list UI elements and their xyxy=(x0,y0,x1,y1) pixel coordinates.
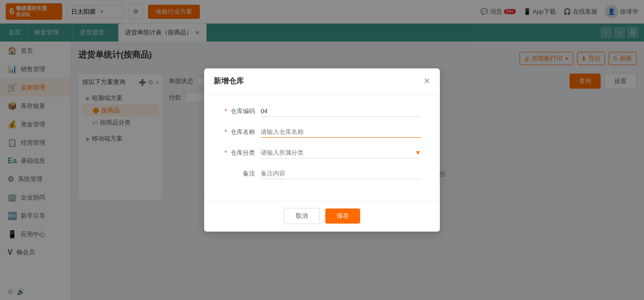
category-select-wrapper[interactable]: ▼ xyxy=(261,147,421,158)
form-row-name: * 仓库名称 xyxy=(223,126,421,138)
modal-body: * 仓库编码 * 仓库名称 * 仓库分类 xyxy=(204,94,440,200)
modal-title: 新增仓库 xyxy=(214,76,244,86)
category-label: * 仓库分类 xyxy=(223,149,261,157)
category-arrow-icon: ▼ xyxy=(415,149,421,156)
modal-overlay: 新增仓库 ✕ * 仓库编码 * 仓库名称 xyxy=(0,0,644,300)
note-label: 备注 xyxy=(223,169,261,178)
modal-footer: 取消 保存 xyxy=(204,200,440,232)
cancel-button[interactable]: 取消 xyxy=(284,208,320,224)
modal-close-button[interactable]: ✕ xyxy=(423,76,430,86)
name-label: * 仓库名称 xyxy=(223,128,261,136)
form-row-note: 备注 xyxy=(223,168,421,179)
note-input[interactable] xyxy=(261,168,421,179)
category-input[interactable] xyxy=(261,149,415,156)
save-button[interactable]: 保存 xyxy=(325,208,360,224)
form-row-category: * 仓库分类 ▼ xyxy=(223,147,421,158)
code-label: * 仓库编码 xyxy=(223,107,261,116)
code-input[interactable] xyxy=(261,106,421,117)
modal-header: 新增仓库 ✕ xyxy=(204,68,440,94)
modal-add-warehouse: 新增仓库 ✕ * 仓库编码 * 仓库名称 xyxy=(204,68,440,232)
name-input[interactable] xyxy=(261,126,421,138)
form-row-code: * 仓库编码 xyxy=(223,106,421,117)
